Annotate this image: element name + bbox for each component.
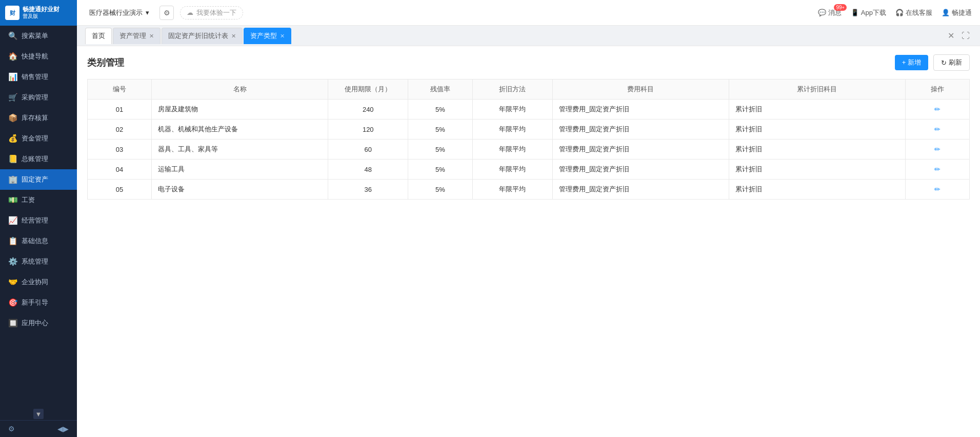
tab-asset-mgmt-close[interactable]: ✕	[149, 33, 154, 39]
table-row: 01 房屋及建筑物 240 5% 年限平均 管理费用_固定资产折旧 累计折旧 ✏	[88, 100, 970, 120]
tab-home[interactable]: 首页	[85, 28, 112, 44]
sidebar-item-label: 系统管理	[22, 257, 48, 266]
window-controls: ✕ ⛶	[946, 30, 972, 42]
cell-period: 36	[328, 180, 408, 200]
sidebar-item-guide[interactable]: 🎯 新手引导	[0, 292, 77, 313]
sidebar-item-enterprise[interactable]: 🤝 企业协同	[0, 272, 77, 292]
sidebar-item-inventory[interactable]: 📦 库存核算	[0, 108, 77, 128]
col-header-expense: 费用科目	[552, 80, 729, 100]
tab-depreciation[interactable]: 固定资产折旧统计表 ✕	[162, 28, 243, 44]
edit-button[interactable]: ✏	[934, 105, 941, 113]
cell-action[interactable]: ✏	[905, 180, 969, 200]
main-area: 医疗器械行业演示 ▾ ⚙ ☁ 我要体验一下 💬 消息 99+ 📱 App下载	[77, 0, 980, 437]
refresh-button[interactable]: ↻ 刷新	[933, 54, 970, 71]
username: 畅捷通	[952, 8, 972, 17]
collapse-icon[interactable]: ◀▶	[57, 425, 69, 433]
page-actions: + 新增 ↻ 刷新	[895, 54, 970, 71]
cell-period: 120	[328, 120, 408, 140]
sidebar-item-label: 资金管理	[22, 134, 48, 143]
page-header: 类别管理 + 新增 ↻ 刷新	[87, 54, 970, 71]
basic-icon: 📋	[8, 236, 17, 246]
cell-accum: 累计折旧	[729, 160, 905, 180]
tab-asset-mgmt[interactable]: 资产管理 ✕	[113, 28, 161, 44]
sidebar-footer: ⚙ ◀▶	[0, 420, 77, 437]
inventory-icon: 📦	[8, 113, 17, 123]
edit-button[interactable]: ✏	[934, 125, 941, 133]
sidebar-item-basic[interactable]: 📋 基础信息	[0, 231, 77, 251]
operation-icon: 📈	[8, 216, 17, 225]
window-expand-button[interactable]: ⛶	[959, 30, 972, 42]
cell-expense: 管理费用_固定资产折旧	[552, 160, 729, 180]
sidebar-scroll-down[interactable]: ▼	[33, 409, 44, 419]
sales-icon: 📊	[8, 72, 17, 82]
experience-button[interactable]: ☁ 我要体验一下	[180, 6, 243, 19]
logo-icon: 财	[5, 6, 19, 20]
window-close-button[interactable]: ✕	[946, 30, 956, 42]
sidebar-item-label: 销售管理	[22, 72, 48, 82]
apps-icon: 🔲	[8, 319, 17, 328]
sidebar-item-sales[interactable]: 📊 销售管理	[0, 67, 77, 87]
refresh-icon: ↻	[941, 59, 947, 67]
sidebar-item-search[interactable]: 🔍 搜索菜单	[0, 26, 77, 46]
sidebar-item-label: 总账管理	[22, 154, 48, 164]
app-version: 普及版	[23, 13, 59, 20]
cell-action[interactable]: ✏	[905, 160, 969, 180]
cell-accum: 累计折旧	[729, 100, 905, 120]
cell-action[interactable]: ✏	[905, 100, 969, 120]
sidebar-item-apps[interactable]: 🔲 应用中心	[0, 313, 77, 333]
fixed-assets-icon: 🏢	[8, 175, 17, 184]
cell-action[interactable]: ✏	[905, 140, 969, 160]
sidebar-item-quicknav[interactable]: 🏠 快捷导航	[0, 46, 77, 67]
online-service-label: 在线客服	[906, 8, 932, 17]
sidebar-item-label: 企业协同	[22, 277, 48, 287]
edit-button[interactable]: ✏	[934, 165, 941, 173]
table-row: 04 运输工具 48 5% 年限平均 管理费用_固定资产折旧 累计折旧 ✏	[88, 160, 970, 180]
edit-button[interactable]: ✏	[934, 145, 941, 153]
online-service-button[interactable]: 🎧 在线客服	[895, 8, 932, 17]
company-selector[interactable]: 医疗器械行业演示 ▾	[85, 6, 153, 19]
cell-residual: 5%	[408, 160, 472, 180]
settings-icon[interactable]: ⚙	[8, 425, 15, 433]
sidebar-item-purchase[interactable]: 🛒 采购管理	[0, 87, 77, 108]
cell-name: 运输工具	[152, 160, 328, 180]
sidebar-item-fixed-assets[interactable]: 🏢 固定资产	[0, 169, 77, 190]
message-button[interactable]: 💬 消息 99+	[818, 8, 842, 17]
sidebar-item-label: 固定资产	[22, 175, 48, 184]
sidebar-item-capital[interactable]: 💰 资金管理	[0, 128, 77, 149]
col-header-accum: 累计折旧科目	[729, 80, 905, 100]
app-download-button[interactable]: 📱 App下载	[851, 8, 886, 17]
tabbar: 首页 资产管理 ✕ 固定资产折旧统计表 ✕ 资产类型 ✕ ✕ ⛶	[77, 26, 980, 46]
sidebar-item-system[interactable]: ⚙️ 系统管理	[0, 251, 77, 272]
cell-expense: 管理费用_固定资产折旧	[552, 120, 729, 140]
sidebar-nav: 🔍 搜索菜单 🏠 快捷导航 📊 销售管理 🛒 采购管理 📦 库存核算 💰 资金管…	[0, 26, 77, 408]
cell-expense: 管理费用_固定资产折旧	[552, 140, 729, 160]
tab-asset-type[interactable]: 资产类型 ✕	[244, 28, 291, 44]
sidebar-item-salary[interactable]: 💵 工资	[0, 190, 77, 210]
tab-depreciation-close[interactable]: ✕	[231, 33, 236, 39]
sidebar-item-label: 快捷导航	[22, 52, 48, 61]
cell-method: 年限平均	[472, 160, 552, 180]
capital-icon: 💰	[8, 134, 17, 143]
edit-button[interactable]: ✏	[934, 185, 941, 193]
tab-asset-type-close[interactable]: ✕	[280, 33, 285, 39]
app-name: 畅捷通好业财	[23, 6, 59, 13]
cell-no: 02	[88, 120, 152, 140]
page-title: 类别管理	[87, 56, 124, 69]
cell-action[interactable]: ✏	[905, 120, 969, 140]
headset-icon: 🎧	[895, 9, 904, 16]
cell-name: 机器、机械和其他生产设备	[152, 120, 328, 140]
col-header-period: 使用期限（月）	[328, 80, 408, 100]
sidebar-item-label: 工资	[22, 195, 35, 205]
sidebar-item-ledger[interactable]: 📒 总账管理	[0, 149, 77, 169]
cell-method: 年限平均	[472, 180, 552, 200]
cell-residual: 5%	[408, 100, 472, 120]
sidebar-item-operation[interactable]: 📈 经营管理	[0, 210, 77, 231]
col-header-residual: 残值率	[408, 80, 472, 100]
tab-depreciation-label: 固定资产折旧统计表	[168, 31, 228, 41]
app-download-label: App下载	[861, 8, 886, 17]
user-button[interactable]: 👤 畅捷通	[942, 8, 972, 17]
settings-button[interactable]: ⚙	[159, 6, 174, 20]
message-badge: 99+	[834, 4, 846, 11]
cell-accum: 累计折旧	[729, 140, 905, 160]
add-button[interactable]: + 新增	[895, 55, 928, 70]
